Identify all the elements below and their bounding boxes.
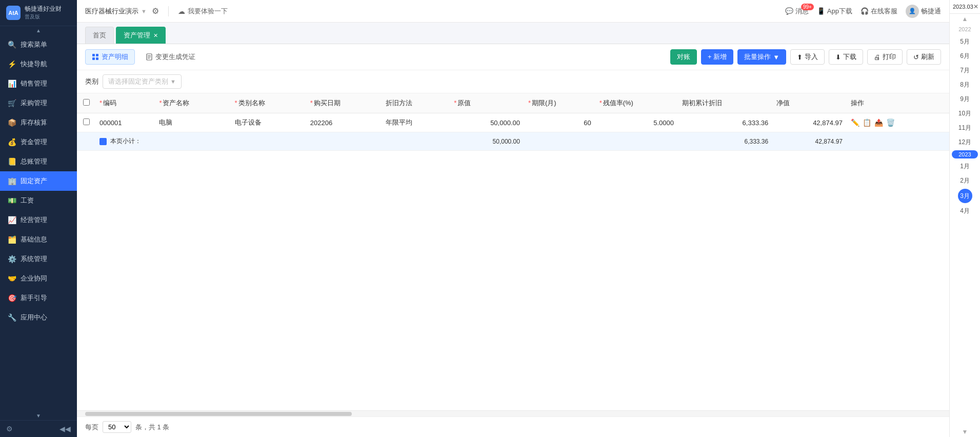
- reconcile-label: 对账: [677, 52, 690, 62]
- subtab-asset-detail[interactable]: 资产明细: [85, 49, 135, 65]
- download-btn[interactable]: ⬇ 下载: [829, 49, 863, 65]
- username: 畅捷通: [921, 7, 941, 16]
- close-panel-icon[interactable]: ✕: [973, 3, 978, 10]
- tab-asset-management[interactable]: 资产管理 ✕: [116, 27, 166, 44]
- refresh-btn[interactable]: ↺ 刷新: [907, 49, 941, 65]
- month-12[interactable]: 12月: [952, 135, 978, 149]
- month-5[interactable]: 5月: [952, 35, 978, 49]
- year-2023-label: 2023: [952, 150, 978, 158]
- right-panel-scroll: 2022 5月 6月 7月 8月 9月 10月 11月 12月 2023 1月 …: [950, 24, 980, 427]
- month-7[interactable]: 7月: [952, 64, 978, 77]
- col-cumulative-dep: 期初累计折旧: [678, 93, 772, 113]
- sidebar-item-fund[interactable]: 💰 资金管理: [0, 132, 77, 152]
- month-11[interactable]: 11月: [952, 121, 978, 135]
- settings-icon[interactable]: ⚙: [6, 425, 13, 433]
- content: 资产明细 变更生成凭证 对账 + 新增: [77, 44, 949, 437]
- user-menu[interactable]: 👤 畅捷通: [906, 5, 941, 18]
- tab-close-icon[interactable]: ✕: [153, 32, 158, 39]
- svg-rect-2: [92, 57, 95, 60]
- panel-scroll-down[interactable]: ▼: [950, 427, 980, 437]
- month-3-2023[interactable]: 3月: [958, 189, 972, 203]
- sidebar-item-guide[interactable]: 🎯 新手引导: [0, 288, 77, 308]
- cell-code: 000001: [95, 113, 155, 132]
- select-all-checkbox[interactable]: [83, 99, 90, 106]
- sidebar-item-sysadmin[interactable]: ⚙️ 系统管理: [0, 249, 77, 269]
- sidebar-item-label: 总账管理: [21, 157, 47, 166]
- topbar-right: 💬 消息 99+ 📱 App下载 🎧 在线客服 👤 畅捷通: [785, 5, 941, 18]
- row-checkbox[interactable]: [83, 118, 90, 125]
- month-1-2023[interactable]: 1月: [952, 160, 978, 173]
- headset-icon: 🎧: [861, 7, 869, 15]
- per-page-select[interactable]: 50 100 200: [103, 421, 131, 433]
- month-2-2023[interactable]: 2月: [952, 174, 978, 188]
- sidebar-item-management[interactable]: 📈 经营管理: [0, 210, 77, 230]
- sidebar-item-salary[interactable]: 💵 工资: [0, 191, 77, 210]
- sidebar-item-label: 基础信息: [21, 235, 47, 244]
- sidebar-item-sales[interactable]: 📊 销售管理: [0, 74, 77, 93]
- online-service-btn[interactable]: 🎧 在线客服: [861, 7, 897, 16]
- sidebar-item-search[interactable]: 🔍 搜索菜单: [0, 35, 77, 54]
- sidebar-scroll-down[interactable]: ▼: [0, 411, 77, 420]
- cell-depreciation-method: 年限平均: [382, 113, 450, 132]
- col-checkbox: [77, 93, 95, 113]
- sidebar-item-inventory[interactable]: 📦 库存核算: [0, 113, 77, 132]
- month-9[interactable]: 9月: [952, 92, 978, 106]
- print-btn[interactable]: 🖨 打印: [867, 49, 903, 65]
- app-download-btn[interactable]: 📱 App下载: [817, 7, 852, 16]
- batch-btn[interactable]: 批量操作 ▼: [737, 49, 786, 65]
- month-8[interactable]: 8月: [952, 78, 978, 92]
- messages-btn[interactable]: 💬 消息 99+: [785, 7, 809, 16]
- experience-btn[interactable]: ☁ 我要体验一下: [178, 7, 228, 16]
- content-toolbar: 资产明细 变更生成凭证 对账 + 新增: [77, 44, 949, 70]
- subtotal-label-cell: 本页小计：: [95, 132, 450, 151]
- copy-icon[interactable]: 📋: [863, 118, 871, 127]
- search-icon: 🔍: [7, 40, 16, 49]
- col-net-value: 净值: [772, 93, 847, 113]
- import-btn[interactable]: ⬆ 导入: [790, 49, 825, 65]
- toolbar-right: 对账 + 新增 批量操作 ▼ ⬆ 导入 ⬇ 下载 🖨: [670, 49, 941, 65]
- sidebar-item-appcenter[interactable]: 🔧 应用中心: [0, 308, 77, 327]
- sidebar-item-baseinfo[interactable]: 🗂️ 基础信息: [0, 230, 77, 249]
- topbar-settings-icon[interactable]: ⚙: [152, 6, 159, 16]
- month-6[interactable]: 6月: [952, 49, 978, 63]
- inventory-icon: 📦: [7, 118, 16, 127]
- new-btn[interactable]: + 新增: [701, 49, 733, 65]
- edit-icon[interactable]: ✏️: [851, 118, 859, 127]
- subtotal-residual-empty: [595, 132, 678, 151]
- scrollbar-thumb[interactable]: [85, 412, 352, 416]
- cell-period: 60: [524, 113, 595, 132]
- sidebar-item-assets[interactable]: 🏢 固定资产: [0, 171, 77, 191]
- panel-scroll-up[interactable]: ▲: [950, 14, 980, 24]
- category-select[interactable]: 请选择固定资产类别 ▼: [103, 74, 182, 89]
- delete-icon[interactable]: 🗑️: [886, 118, 895, 127]
- reconcile-btn[interactable]: 对账: [670, 49, 697, 65]
- right-panel: 2023.03 ✕ ⤢ ▲ 2022 5月 6月 7月 8月 9月 10月 11…: [949, 0, 980, 437]
- sidebar-item-purchase[interactable]: 🛒 采购管理: [0, 93, 77, 113]
- sidebar-item-ledger[interactable]: 📒 总账管理: [0, 152, 77, 171]
- share-icon[interactable]: 📤: [874, 118, 883, 127]
- cell-category: 电子设备: [231, 113, 306, 132]
- import-label: 导入: [805, 52, 818, 62]
- sidebar-item-quicknav[interactable]: ⚡ 快捷导航: [0, 54, 77, 74]
- sidebar-item-label: 资金管理: [21, 137, 47, 147]
- right-panel-title: 2023.03: [953, 4, 973, 10]
- sidebar-scroll-up[interactable]: ▲: [0, 26, 77, 35]
- company-selector[interactable]: 医疗器械行业演示 ▼: [85, 7, 147, 16]
- subtotal-period-empty: [524, 132, 595, 151]
- total-label: 条，共 1 条: [135, 423, 169, 432]
- sidebar-item-collab[interactable]: 🤝 企业协同: [0, 269, 77, 288]
- company-name: 医疗器械行业演示: [85, 7, 138, 16]
- horizontal-scrollbar[interactable]: [77, 410, 949, 416]
- tab-home[interactable]: 首页: [85, 27, 114, 44]
- month-4-2023[interactable]: 4月: [952, 204, 978, 218]
- svg-rect-3: [96, 57, 98, 60]
- col-category: *类别名称: [231, 93, 306, 113]
- sidebar-nav: 🔍 搜索菜单 ⚡ 快捷导航 📊 销售管理 🛒 采购管理 📦 库存核算 💰 资金管…: [0, 35, 77, 411]
- month-10[interactable]: 10月: [952, 107, 978, 121]
- refresh-label: 刷新: [921, 52, 934, 62]
- subtotal-icon: [99, 138, 107, 145]
- subtab-voucher[interactable]: 变更生成凭证: [139, 49, 202, 65]
- sidebar-item-label: 采购管理: [21, 98, 47, 108]
- sidebar-item-label: 新手引导: [21, 293, 47, 303]
- collapse-icon[interactable]: ◀◀: [59, 425, 71, 433]
